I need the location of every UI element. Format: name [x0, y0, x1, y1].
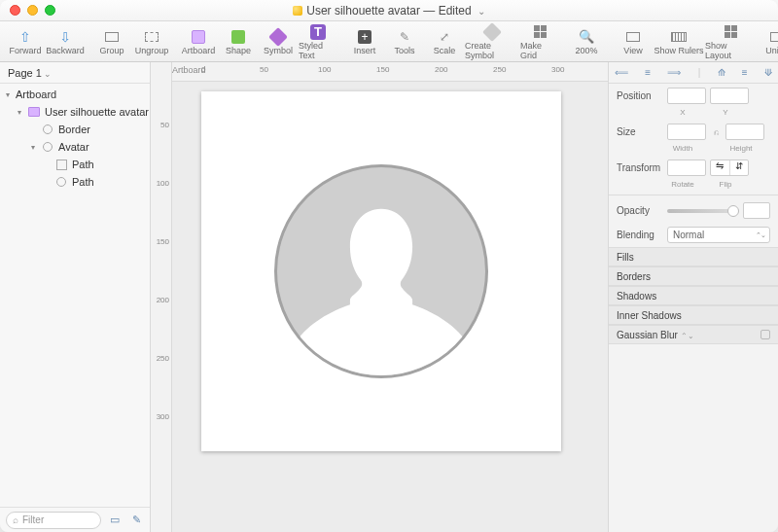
show-rulers-button[interactable]: Show Rulers [654, 28, 704, 55]
artboard-tool[interactable]: Artboard [179, 28, 218, 55]
window-title[interactable]: User silhouette avatar — Edited [0, 4, 778, 18]
show-layout-button[interactable]: Show Layout [705, 23, 756, 60]
make-grid-button[interactable]: Make Grid [520, 23, 559, 60]
layer-border[interactable]: Border [0, 121, 150, 138]
align-vcenter-icon[interactable]: ≡ [742, 67, 748, 78]
gaussian-blur-section[interactable]: Gaussian Blur ⌃⌄ [609, 325, 778, 344]
opacity-slider[interactable] [667, 209, 739, 213]
document-title: User silhouette avatar — Edited [306, 4, 471, 18]
layer-artboard[interactable]: User silhouette avatar [0, 103, 150, 121]
union-button[interactable]: Union [758, 28, 778, 55]
align-top-icon[interactable]: ⟰ [718, 67, 725, 78]
artboard-canvas[interactable] [201, 91, 561, 451]
position-label: Position [617, 90, 663, 101]
opacity-field[interactable] [743, 202, 770, 219]
borders-section[interactable]: Borders [609, 266, 778, 286]
layer-artboard-root[interactable]: Artboard [0, 86, 150, 103]
search-icon: ⌕ [13, 514, 18, 525]
size-label: Size [617, 126, 663, 137]
title-dropdown-icon [476, 4, 485, 18]
height-input[interactable] [725, 124, 764, 140]
titlebar: User silhouette avatar — Edited [0, 0, 778, 21]
inspector-panel: ⟸ ≡ ⟹ | ⟰ ≡ ⟱ Position XY Size ⎌ WidthHe… [608, 62, 778, 532]
align-right-icon[interactable]: ⟹ [667, 67, 681, 78]
create-symbol-button[interactable]: Create Symbol [465, 23, 519, 60]
backward-button[interactable]: ⇧Backward [46, 28, 85, 55]
circle-icon [43, 124, 53, 134]
lock-aspect-icon[interactable]: ⎌ [710, 127, 722, 137]
scale-button[interactable]: ⤢Scale [425, 28, 464, 55]
path-icon [56, 160, 67, 170]
filter-tag-button[interactable]: ▭ [107, 513, 123, 528]
blending-label: Blending [617, 230, 663, 240]
x-input[interactable] [667, 88, 706, 104]
align-left-icon[interactable]: ⟸ [615, 67, 628, 78]
opacity-label: Opacity [617, 205, 663, 216]
circle-icon [56, 177, 66, 187]
blending-select[interactable]: Normal [667, 227, 770, 243]
filter-vector-button[interactable]: ✎ [128, 513, 144, 528]
align-bottom-icon[interactable]: ⟱ [764, 67, 772, 78]
rotate-input[interactable] [667, 160, 706, 176]
shape-tool[interactable]: Shape [219, 28, 258, 55]
circle-icon [43, 142, 53, 152]
gaussian-checkbox[interactable] [760, 330, 770, 339]
silhouette-icon [277, 167, 485, 375]
forward-button[interactable]: ⇧Forward [6, 28, 45, 55]
zoom-control[interactable]: 🔍200% [567, 28, 606, 55]
view-button[interactable]: View [614, 28, 653, 55]
symbol-tool[interactable]: Symbol [259, 28, 298, 55]
styled-text-tool[interactable]: TStyled Text [299, 23, 337, 60]
transform-label: Transform [617, 162, 663, 173]
filter-bar: ⌕Filter ▭ ✎ [0, 507, 150, 532]
width-input[interactable] [667, 124, 706, 140]
align-hcenter-icon[interactable]: ≡ [645, 67, 651, 78]
layer-list: Artboard User silhouette avatar Border A… [0, 84, 150, 507]
inner-shadows-section[interactable]: Inner Shadows [609, 305, 778, 325]
document-proxy-icon [293, 6, 302, 16]
toolbar: ⇧Forward ⇧Backward Group Ungroup Artboar… [0, 21, 778, 62]
group-button[interactable]: Group [92, 28, 131, 55]
tools-button[interactable]: ✎Tools [385, 28, 424, 55]
insert-button[interactable]: +Insert [345, 28, 384, 55]
y-input[interactable] [710, 88, 749, 104]
avatar-shape[interactable] [274, 164, 488, 378]
layer-path-2[interactable]: Path [0, 173, 150, 191]
ungroup-button[interactable]: Ungroup [132, 28, 171, 55]
artboard-icon [28, 107, 40, 117]
page-selector[interactable]: Page 1 [0, 62, 150, 84]
filter-input[interactable]: ⌕Filter [6, 512, 101, 529]
horizontal-ruler[interactable]: Artboard 0 50 100 150 200 250 300 [172, 62, 608, 82]
layer-path-1[interactable]: Path [0, 156, 150, 173]
flip-buttons[interactable]: ⇋⇵ [710, 160, 749, 176]
align-bar: ⟸ ≡ ⟹ | ⟰ ≡ ⟱ [609, 62, 778, 84]
canvas[interactable]: 50 100 150 200 250 300 Artboard 0 50 100… [151, 62, 608, 532]
layer-avatar-group[interactable]: Avatar [0, 138, 150, 156]
shadows-section[interactable]: Shadows [609, 286, 778, 305]
layer-panel: Page 1 Artboard User silhouette avatar B… [0, 62, 151, 532]
fills-section[interactable]: Fills [609, 247, 778, 266]
vertical-ruler[interactable]: 50 100 150 200 250 300 [151, 62, 172, 532]
